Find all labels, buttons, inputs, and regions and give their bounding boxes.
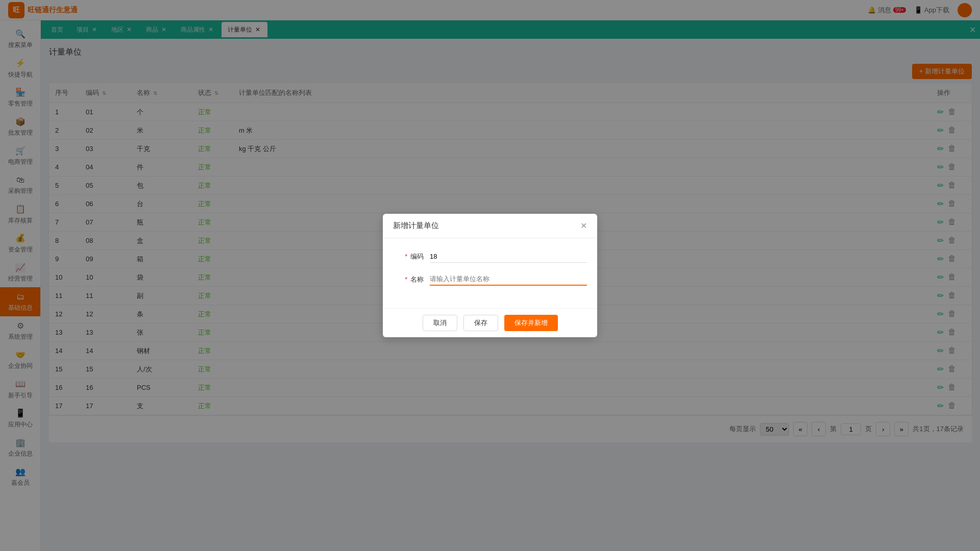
dialog-title: 新增计量单位 (393, 221, 439, 231)
form-row-code: * 编码 (393, 251, 587, 263)
dialog-close-button[interactable]: ✕ (580, 221, 587, 231)
cancel-button[interactable]: 取消 (423, 315, 457, 331)
save-and-new-button[interactable]: 保存并新增 (504, 315, 558, 331)
dialog-overlay: 新增计量单位 ✕ * 编码 * 名称 取消 保存 保存并新增 (0, 0, 980, 551)
dialog-footer: 取消 保存 保存并新增 (383, 308, 597, 337)
add-unit-dialog: 新增计量单位 ✕ * 编码 * 名称 取消 保存 保存并新增 (383, 214, 597, 337)
code-input[interactable] (430, 251, 587, 263)
code-label: * 编码 (393, 252, 424, 261)
name-label: * 名称 (393, 275, 424, 284)
form-row-name: * 名称 (393, 273, 587, 286)
dialog-header: 新增计量单位 ✕ (383, 214, 597, 238)
name-input[interactable] (430, 273, 587, 286)
name-required: * (405, 276, 407, 283)
code-required: * (405, 253, 407, 260)
save-button[interactable]: 保存 (463, 315, 498, 331)
dialog-body: * 编码 * 名称 (383, 238, 597, 308)
